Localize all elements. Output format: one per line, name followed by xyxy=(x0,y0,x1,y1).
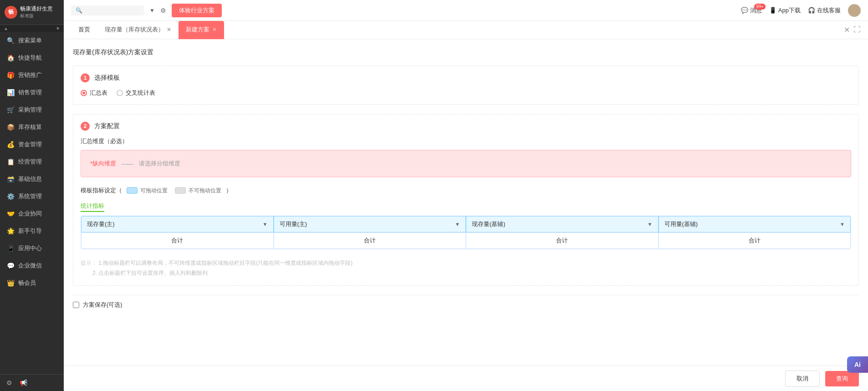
sidebar-item-basic-info[interactable]: 🗃️ 基础信息 xyxy=(0,170,64,188)
tab-home-label: 首页 xyxy=(78,26,90,34)
stats-col-header-4[interactable]: 可用量(基辅) ▼ xyxy=(659,216,851,232)
stats-col-header-1[interactable]: 现存量(主) ▼ xyxy=(81,216,274,232)
radio-summary[interactable]: 汇总表 xyxy=(81,89,107,97)
main: 🔍 ▼ ⚙ 体验行业方案 💬 消息 99+ 📱 App下载 🎧 在线客服 xyxy=(64,0,868,391)
sidebar-item-sales[interactable]: 📊 销售管理 xyxy=(0,84,64,101)
sidebar-item-contract[interactable]: 🤝 企业协同 xyxy=(0,205,64,222)
sidebar-item-wechat[interactable]: 💬 企业微信 xyxy=(0,257,64,274)
section2-num: 2 xyxy=(81,122,90,131)
legend-draggable-label: 可拖动位置 xyxy=(140,187,168,195)
tab-new-scheme-label: 新建方案 xyxy=(186,26,209,34)
sidebar-item-label: 资金管理 xyxy=(18,140,42,149)
sidebar-item-newbie[interactable]: 🌟 新手引导 xyxy=(0,222,64,240)
sidebar-item-search[interactable]: 🔍 搜索菜单 xyxy=(0,32,64,49)
scroll-down-icon[interactable]: ▼ xyxy=(56,26,60,31)
dimension-box: *纵向维度 —— 请选择分组维度 xyxy=(81,150,851,177)
col3-dropdown-icon[interactable]: ▼ xyxy=(648,221,653,227)
tip-item-1: 1.拖动标题栏可以调整布局，不可跨维度或指标区域拖动栏目字段(只能在同一维度或指… xyxy=(98,260,352,266)
content: 现存量(库存状况表)方案设置 1 选择模板 汇总表 交叉统计表 xyxy=(64,39,868,365)
message-icon: 💬 xyxy=(741,7,748,14)
sidebar-item-app-center[interactable]: 📱 应用中心 xyxy=(0,240,64,257)
dropdown-icon[interactable]: ▼ xyxy=(149,7,155,14)
sidebar-item-label: 企业微信 xyxy=(18,262,42,270)
content-inner: 现存量(库存状况表)方案设置 1 选择模板 汇总表 交叉统计表 xyxy=(64,39,868,365)
section2-header: 2 方案配置 xyxy=(81,122,851,131)
sidebar-item-purchase[interactable]: 🛒 采购管理 xyxy=(0,101,64,118)
box-icon: 📦 xyxy=(6,123,15,131)
message-btn[interactable]: 💬 消息 99+ xyxy=(741,6,762,15)
tab-inventory-close-icon[interactable]: ✕ xyxy=(167,26,171,33)
settings-icon[interactable]: ⚙ xyxy=(6,379,12,386)
sidebar-item-quick-nav[interactable]: 🏠 快捷导航 xyxy=(0,49,64,67)
sidebar-item-operations[interactable]: 📋 经营管理 xyxy=(0,153,64,170)
radio-cross[interactable]: 交叉统计表 xyxy=(117,89,155,97)
tab-inventory-status[interactable]: 现存量（库存状况表） ✕ xyxy=(97,21,179,39)
sidebar-item-label: 经营管理 xyxy=(18,158,42,166)
search-input[interactable] xyxy=(85,7,139,14)
sidebar-item-member[interactable]: 👑 畅会员 xyxy=(0,274,64,292)
ai-button[interactable]: Ai xyxy=(847,356,868,373)
user-avatar[interactable] xyxy=(848,4,861,17)
app-download-label: App下载 xyxy=(778,6,801,15)
sidebar-item-label: 销售管理 xyxy=(18,88,42,97)
app-version: 标准版 xyxy=(20,13,53,19)
save-option: 方案保存(可选) xyxy=(73,295,859,314)
col1-header-label: 现存量(主) xyxy=(87,220,115,228)
radio-summary-circle xyxy=(81,90,87,96)
tab-close-icon[interactable]: ✕ xyxy=(844,26,850,34)
cancel-button[interactable]: 取消 xyxy=(785,370,820,387)
tab-new-scheme-close-icon[interactable]: ✕ xyxy=(212,26,217,33)
sidebar-item-label: 营销推广 xyxy=(18,71,42,79)
trial-btn[interactable]: 体验行业方案 xyxy=(172,4,222,17)
topbar-gear-icon[interactable]: ⚙ xyxy=(160,7,166,14)
tab-inventory-label: 现存量（库存状况表） xyxy=(105,26,164,34)
star-icon: 🌟 xyxy=(6,227,15,235)
app-download-btn[interactable]: 📱 App下载 xyxy=(769,6,801,15)
sidebar-item-inventory[interactable]: 📦 库存核算 xyxy=(0,118,64,136)
query-button[interactable]: 查询 xyxy=(825,371,859,386)
topbar-search[interactable]: 🔍 xyxy=(71,5,144,15)
col2-header-label: 可用量(主) xyxy=(280,220,307,228)
radio-summary-label: 汇总表 xyxy=(90,89,107,97)
stats-table-header: 现存量(主) ▼ 可用量(主) ▼ 现存量(基辅) ▼ xyxy=(81,216,851,232)
tips-title: 提示： xyxy=(81,260,97,266)
save-checkbox[interactable] xyxy=(73,302,79,308)
dimension-placeholder: 请选择分组维度 xyxy=(139,159,180,168)
sidebar-item-label: 企业协同 xyxy=(18,210,42,218)
speaker-icon[interactable]: 📢 xyxy=(20,379,27,386)
database-icon: 🗃️ xyxy=(6,175,15,183)
section1-num: 1 xyxy=(81,73,90,82)
tab-expand-icon[interactable]: ⛶ xyxy=(853,26,861,34)
sidebar-item-label: 基础信息 xyxy=(18,175,42,183)
sidebar-item-system[interactable]: ⚙️ 系统管理 xyxy=(0,188,64,205)
sidebar-item-label: 快捷导航 xyxy=(18,54,42,62)
tabbar: 首页 现存量（库存状况表） ✕ 新建方案 ✕ ✕ ⛶ xyxy=(64,21,868,39)
handshake-icon: 🤝 xyxy=(6,210,15,218)
stats-col-header-2[interactable]: 可用量(主) ▼ xyxy=(274,216,466,232)
section-config: 2 方案配置 汇总维度（必选） *纵向维度 —— 请选择分组维度 模板指标设定（ xyxy=(73,114,859,286)
money-icon: 💰 xyxy=(6,140,15,149)
col2-dropdown-icon[interactable]: ▼ xyxy=(455,221,460,227)
page-title: 现存量(库存状况表)方案设置 xyxy=(73,48,859,57)
topbar: 🔍 ▼ ⚙ 体验行业方案 💬 消息 99+ 📱 App下载 🎧 在线客服 xyxy=(64,0,868,21)
col1-dropdown-icon[interactable]: ▼ xyxy=(263,221,268,227)
col4-dropdown-icon[interactable]: ▼ xyxy=(840,221,845,227)
sidebar-item-marketing[interactable]: 🎁 营销推广 xyxy=(0,67,64,84)
scroll-up-icon[interactable]: ▲ xyxy=(4,26,8,31)
legend-draggable: 可拖动位置 xyxy=(127,187,168,195)
sidebar-item-label: 畅会员 xyxy=(18,279,36,287)
footer-bar: 取消 查询 xyxy=(64,365,868,391)
sidebar-item-finance[interactable]: 💰 资金管理 xyxy=(0,136,64,153)
section1-header: 1 选择模板 xyxy=(81,73,851,82)
tab-home[interactable]: 首页 xyxy=(71,21,97,39)
service-btn[interactable]: 🎧 在线客服 xyxy=(808,6,841,15)
tab-new-scheme[interactable]: 新建方案 ✕ xyxy=(179,21,224,39)
radio-cross-label: 交叉统计表 xyxy=(126,89,155,97)
stats-col-header-3[interactable]: 现存量(基辅) ▼ xyxy=(466,216,659,232)
legend-draggable-box xyxy=(127,187,138,194)
chat-icon: 💬 xyxy=(6,262,15,270)
indicator-settings: 模板指标设定（ 可拖动位置 不可拖动位置 ） xyxy=(81,186,851,249)
mobile-icon: 📱 xyxy=(6,244,15,252)
legend-fixed-box xyxy=(175,187,186,194)
crown-icon: 👑 xyxy=(6,279,15,287)
